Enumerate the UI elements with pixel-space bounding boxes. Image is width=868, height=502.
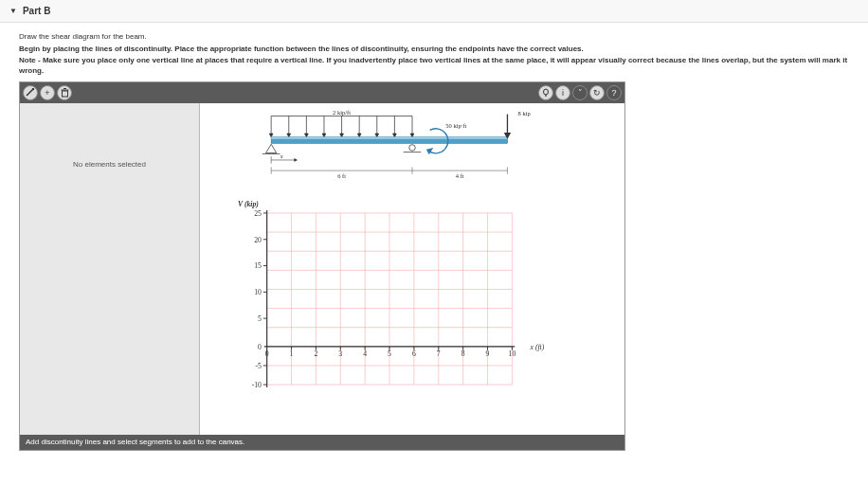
xtick: 4 [363,350,367,359]
ytick: -5 [256,362,262,370]
svg-point-29 [409,145,416,152]
svg-marker-35 [294,158,298,162]
shear-graph[interactable]: V (kip) x (ft) [209,190,615,408]
xtick: 5 [388,350,391,359]
svg-point-4 [544,89,549,95]
ytick: 5 [258,314,262,323]
part-header[interactable]: ▼ Part B [0,0,868,23]
ytick: 20 [254,236,262,244]
hint-button[interactable] [538,85,553,100]
info-button[interactable]: i [555,85,570,100]
xtick: 0 [265,350,269,359]
svg-marker-12 [305,134,309,137]
part-title: Part B [23,6,50,16]
y-axis-label: V (kip) [238,200,259,208]
ytick: 10 [254,288,262,296]
status-bar: Add discontinuity lines and select segme… [20,435,624,450]
xtick: 1 [290,350,294,359]
dropdown-button[interactable]: ˅ [572,85,588,100]
dist-load-label: 2 kip/ft [333,109,351,116]
delete-tool-button[interactable] [57,85,72,100]
svg-marker-16 [340,134,344,137]
svg-marker-27 [266,144,277,152]
xtick: 3 [338,350,342,359]
x-label: x [280,152,283,159]
svg-rect-1 [62,91,67,97]
element-sidebar: No elements selected [20,103,200,435]
svg-marker-10 [287,134,291,137]
instruction-note: Note - Make sure you place only one vert… [19,56,849,76]
sidebar-msg: No elements selected [29,160,190,169]
x-axis-label: x (ft) [530,343,545,351]
xtick: 9 [486,350,490,359]
xtick: 6 [412,350,416,359]
point-load-label: 8 kip [518,111,531,117]
xtick: 2 [315,350,318,359]
span1-label: 6 ft [337,172,346,179]
svg-rect-26 [271,137,507,139]
xtick: 8 [461,350,465,359]
drawing-widget: + i ˅ ↻ ? No elements selected [19,81,625,451]
svg-marker-22 [393,134,397,137]
collapse-arrow-icon: ▼ [9,7,17,15]
svg-marker-8 [269,134,273,137]
svg-marker-24 [410,134,414,137]
ytick: -10 [252,381,262,389]
svg-marker-18 [357,134,361,137]
beam-diagram: 2 kip/ft [209,109,615,185]
add-tool-button[interactable]: + [40,85,55,100]
ytick: 0 [258,343,262,351]
status-msg: Add discontinuity lines and select segme… [26,438,244,446]
svg-marker-20 [375,134,379,137]
xtick: 10 [509,350,516,359]
ytick: 25 [254,209,262,218]
toolbar: + i ˅ ↻ ? [20,82,624,103]
instruction-main: Draw the shear diagram for the beam. [19,32,849,41]
diagram-canvas[interactable]: 2 kip/ft [200,103,624,435]
instruction-begin: Begin by placing the lines of discontinu… [19,45,849,54]
ytick: 15 [254,262,262,271]
span2-label: 4 ft [456,172,464,179]
xtick: 7 [437,350,441,359]
svg-marker-14 [322,134,326,137]
moment-label: 50 kip·ft [445,123,466,130]
draw-tool-button[interactable] [23,85,38,100]
reset-button[interactable]: ↻ [589,85,605,100]
help-button[interactable]: ? [606,85,622,100]
svg-marker-31 [426,148,433,154]
